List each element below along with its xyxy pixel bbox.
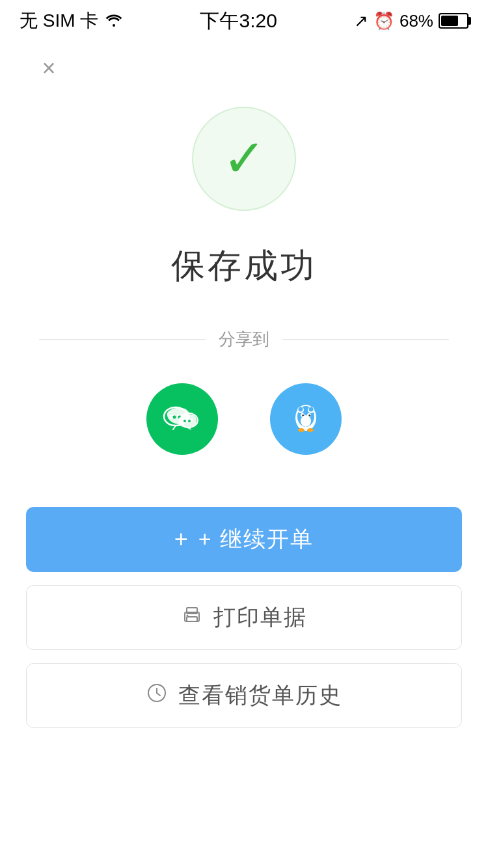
close-icon: × (42, 55, 55, 82)
clock-icon (146, 682, 168, 709)
location-icon: ↗ (354, 11, 368, 31)
main-content: ✓ 保存成功 分享到 (0, 42, 488, 728)
svg-point-15 (308, 414, 310, 416)
wechat-share-button[interactable] (146, 383, 218, 455)
carrier-text: 无 SIM 卡 (20, 8, 98, 33)
share-icons-row (146, 383, 342, 455)
close-button[interactable]: × (33, 52, 65, 85)
battery-icon (439, 13, 468, 29)
qq-share-button[interactable] (270, 383, 342, 455)
success-title: 保存成功 (171, 243, 317, 289)
alarm-icon: ⏰ (373, 11, 394, 31)
continue-icon: + (174, 526, 188, 553)
action-buttons: + + 继续开单 打印单据 (0, 507, 488, 728)
wechat-icon (161, 398, 203, 440)
svg-point-6 (173, 416, 176, 419)
qq-icon (286, 400, 325, 439)
svg-point-16 (301, 415, 311, 427)
svg-point-21 (299, 407, 303, 412)
status-time: 下午3:20 (200, 8, 277, 34)
svg-point-17 (298, 428, 305, 432)
print-button[interactable]: 打印单据 (26, 585, 462, 650)
wifi-icon (105, 10, 123, 31)
print-label: 打印单据 (213, 603, 307, 632)
divider-line-right (282, 339, 449, 340)
continue-label: + 继续开单 (198, 524, 314, 554)
status-bar: 无 SIM 卡 下午3:20 ↗ ⏰ 68% (0, 0, 488, 42)
svg-point-22 (309, 407, 314, 412)
svg-rect-25 (187, 617, 197, 621)
svg-point-18 (307, 428, 314, 432)
svg-point-9 (188, 420, 191, 422)
continue-button[interactable]: + + 继续开单 (26, 507, 462, 572)
battery-text: 68% (400, 11, 433, 31)
success-circle: ✓ (192, 107, 296, 211)
checkmark-icon: ✓ (223, 133, 266, 185)
share-label: 分享到 (206, 328, 282, 351)
divider-line-left (39, 339, 206, 340)
svg-point-8 (183, 420, 186, 422)
svg-line-29 (157, 693, 160, 696)
share-divider: 分享到 (0, 328, 488, 351)
printer-icon (181, 604, 203, 631)
status-right: ↗ ⏰ 68% (354, 11, 468, 31)
status-left: 无 SIM 卡 (20, 8, 123, 33)
svg-point-26 (187, 615, 189, 617)
history-button[interactable]: 查看销货单历史 (26, 663, 462, 728)
history-label: 查看销货单历史 (178, 681, 342, 711)
